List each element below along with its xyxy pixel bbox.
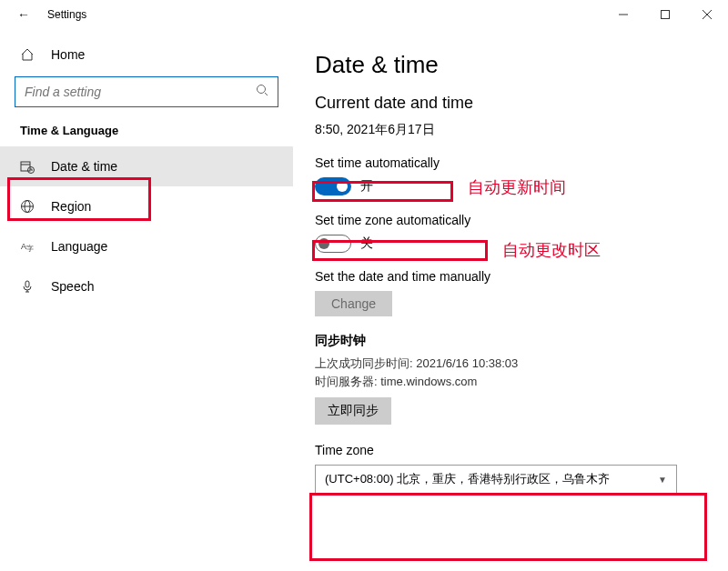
home-icon (20, 47, 36, 62)
section-title: Time & Language (0, 124, 293, 146)
sidebar-item-label: Region (51, 199, 91, 214)
manual-set-label: Set the date and time manually (315, 269, 703, 284)
sidebar-item-language[interactable]: A字 Language (0, 226, 293, 266)
sidebar-item-label: Language (51, 239, 107, 254)
maximize-button[interactable] (644, 0, 686, 29)
auto-time-label: Set time automatically (315, 155, 440, 170)
microphone-icon (20, 279, 36, 294)
search-icon (256, 84, 268, 100)
timezone-value: (UTC+08:00) 北京，重庆，香港特别行政区，乌鲁木齐 (325, 471, 610, 487)
auto-tz-toggle[interactable]: 关 (315, 235, 373, 253)
close-button[interactable] (686, 0, 728, 29)
auto-time-state: 开 (360, 178, 373, 195)
home-nav[interactable]: Home (0, 38, 293, 71)
sync-now-button[interactable]: 立即同步 (315, 397, 391, 425)
back-button[interactable]: ← (13, 7, 35, 22)
svg-line-5 (265, 93, 268, 95)
sync-last-time: 上次成功同步时间: 2021/6/16 10:38:03 (315, 355, 703, 373)
language-icon: A字 (20, 239, 36, 254)
main-content: Date & time Current date and time 8:50, … (293, 29, 728, 571)
home-label: Home (51, 47, 85, 62)
auto-tz-label: Set time zone automatically (315, 213, 470, 227)
page-title: Date & time (315, 51, 703, 79)
svg-rect-1 (662, 11, 670, 19)
timezone-select[interactable]: (UTC+08:00) 北京，重庆，香港特别行政区，乌鲁木齐 ▼ (315, 465, 677, 494)
toggle-switch-on (315, 177, 351, 195)
window-title: Settings (47, 8, 86, 21)
change-button: Change (315, 291, 392, 316)
sidebar-item-speech[interactable]: Speech (0, 266, 293, 306)
current-datetime-value: 8:50, 2021年6月17日 (315, 122, 703, 138)
sidebar-item-label: Date & time (51, 159, 117, 174)
globe-icon (20, 199, 36, 214)
search-input[interactable] (25, 85, 256, 99)
auto-time-toggle[interactable]: 开 (315, 177, 373, 195)
svg-text:字: 字 (26, 245, 34, 253)
sidebar-item-date-time[interactable]: Date & time (0, 146, 293, 186)
current-datetime-heading: Current date and time (315, 94, 703, 113)
sidebar-item-region[interactable]: Region (0, 186, 293, 226)
chevron-down-icon: ▼ (658, 475, 667, 485)
sidebar-item-label: Speech (51, 279, 94, 294)
svg-rect-6 (21, 162, 30, 171)
search-box[interactable] (15, 76, 278, 107)
sidebar: Home Time & Language Date & time Region … (0, 29, 293, 571)
toggle-switch-off (315, 235, 351, 253)
timezone-label: Time zone (315, 443, 703, 457)
auto-tz-state: 关 (360, 235, 373, 252)
svg-rect-16 (25, 281, 29, 287)
minimize-button[interactable] (602, 0, 644, 29)
sync-clock-title: 同步时钟 (315, 333, 703, 349)
svg-point-4 (258, 85, 266, 94)
sync-server: 时间服务器: time.windows.com (315, 373, 703, 391)
calendar-clock-icon (20, 159, 36, 174)
